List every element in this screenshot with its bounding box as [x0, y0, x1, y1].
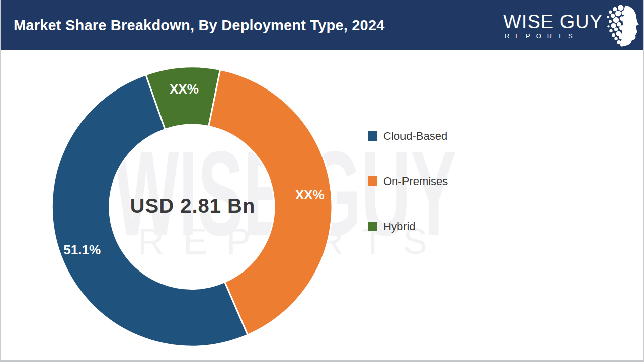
- chart-legend: Cloud-BasedOn-PremisesHybrid: [368, 130, 448, 233]
- legend-label: Hybrid: [383, 220, 416, 233]
- page: Market Share Breakdown, By Deployment Ty…: [0, 0, 644, 362]
- legend-item-hybrid[interactable]: Hybrid: [368, 220, 448, 233]
- legend-label: Cloud-Based: [383, 130, 447, 142]
- legend-item-cloud-based[interactable]: Cloud-Based: [368, 130, 448, 142]
- legend-item-on-premises[interactable]: On-Premises: [368, 175, 448, 188]
- legend-swatch: [368, 176, 377, 186]
- legend-label: On-Premises: [383, 175, 448, 188]
- chart-center-value: USD 2.81 Bn: [130, 195, 256, 217]
- legend-swatch: [368, 222, 377, 231]
- donut-chart: USD 2.81 Bn XX%XX%51.1%: [1, 0, 644, 362]
- legend-swatch: [368, 131, 377, 141]
